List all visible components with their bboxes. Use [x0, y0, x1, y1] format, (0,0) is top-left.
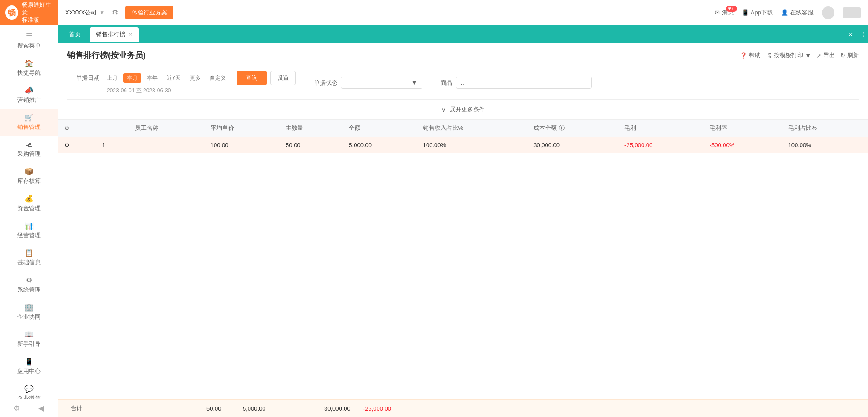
date-btn-本年[interactable]: 本年 [143, 73, 161, 83]
refresh-label: 刷新 [847, 51, 859, 59]
avatar[interactable] [822, 6, 834, 19]
page-title: 销售排行榜(按业务员) [67, 50, 146, 61]
sidebar-basic-icon: 📋 [24, 249, 34, 257]
goods-filter-label: 商品 [441, 79, 452, 87]
col-header-name: 员工名称 [129, 120, 204, 137]
sidebar-item-wechat[interactable]: 💬 企业微信 [0, 380, 58, 399]
header-gear-icon[interactable]: ⚙ [110, 6, 120, 19]
window-close-icon[interactable]: ✕ [848, 31, 853, 38]
settings-footer-icon[interactable]: ⚙ [14, 404, 20, 412]
sidebar-item-inventory[interactable]: 📦 库存核算 [0, 163, 58, 190]
date-btn-本月[interactable]: 本月 [123, 73, 141, 83]
sidebar-enterprise-label: 企业协同 [17, 313, 41, 321]
date-btn-近7天[interactable]: 近7天 [163, 73, 184, 83]
sidebar-item-enterprise[interactable]: 🏢 企业协同 [0, 298, 58, 326]
sidebar-item-finance[interactable]: 💰 资金管理 [0, 190, 58, 217]
sidebar-item-basic[interactable]: 📋 基础信息 [0, 244, 58, 271]
expand-icon: ∨ [441, 106, 446, 113]
cell-profit_rate: -500.00% [703, 137, 782, 153]
expand-label: 展开更多条件 [450, 105, 485, 114]
sidebar-app-center-icon: 📱 [24, 357, 34, 366]
col-header-profit_rate: 毛利率 [703, 120, 782, 137]
more-filter-row: ∨ 展开更多条件 [67, 100, 859, 119]
data-table: ⚙员工名称平均单价主数量全额销售收入占比%成本全额 ⓘ毛利毛利率毛利占比% ⚙1… [58, 120, 868, 153]
sidebar-sales-icon: 🛒 [24, 113, 34, 122]
status-filter-group: 单据状态 ▼ [314, 77, 422, 89]
export-button[interactable]: ↗ 导出 [816, 51, 835, 59]
goods-ellipsis: ... [461, 79, 466, 86]
refresh-button[interactable]: ↻ 刷新 [840, 51, 859, 59]
sidebar-item-sales[interactable]: 🛒 销售管理 [0, 109, 58, 136]
message-button[interactable]: ✉ 消息 99+ [715, 9, 734, 17]
page-actions: ❓ 帮助 🖨 按模板打印 ▼ ↗ 导出 ↻ 刷新 [740, 51, 859, 59]
table-header-row: ⚙员工名称平均单价主数量全额销售收入占比%成本全额 ⓘ毛利毛利率毛利占比% [58, 120, 868, 137]
message-icon: ✉ [715, 9, 720, 16]
sidebar-nav: ☰ 搜索菜单🏠 快捷导航📣 营销推广🛒 销售管理🛍 采购管理📦 库存核算💰 资金… [0, 25, 58, 399]
tab-home[interactable]: 首页 [62, 25, 88, 43]
goods-input[interactable]: ... [456, 77, 592, 89]
table-wrapper: ⚙员工名称平均单价主数量全额销售收入占比%成本全额 ⓘ毛利毛利率毛利占比% ⚙1… [58, 120, 868, 399]
export-label: 导出 [823, 51, 835, 59]
col-header-sales_pct: 销售收入占比% [417, 120, 527, 137]
col-header-settings: ⚙ [58, 120, 96, 137]
table-body: ⚙1100.0050.005,000.00100.00%30,000.00-25… [58, 137, 868, 153]
cell-profit_pct: 100.00% [782, 137, 868, 153]
print-chevron-icon: ▼ [805, 52, 811, 59]
sidebar-finance-label: 资金管理 [17, 204, 41, 212]
sidebar-operation-label: 经营管理 [17, 231, 41, 240]
online-service-icon: 👤 [781, 9, 788, 16]
date-btn-上月[interactable]: 上月 [103, 73, 121, 83]
col-header-qty: 主数量 [279, 120, 342, 137]
query-button[interactable]: 查询 [237, 71, 267, 85]
date-filter-buttons: 上月本月本年近7天更多自定义 [103, 73, 230, 83]
app-download-label: App下载 [751, 9, 773, 17]
sidebar-item-purchase[interactable]: 🛍 采购管理 [0, 136, 58, 163]
sidebar-search-icon: ☰ [26, 32, 32, 40]
collapse-footer-icon[interactable]: ◀ [38, 404, 44, 412]
window-maximize-icon[interactable]: ⛶ [858, 31, 864, 38]
online-service-button[interactable]: 👤 在线客服 [781, 9, 814, 17]
status-chevron-icon: ▼ [412, 79, 417, 86]
company-selector[interactable]: XXXXX公司 ▼ [65, 9, 105, 17]
sidebar-app-center-label: 应用中心 [17, 367, 41, 375]
sidebar-finance-icon: 💰 [24, 194, 34, 203]
table-footer: 合计 50.00 5,000.00 30,000.00 -25,000.00 [58, 399, 868, 417]
table-row: ⚙1100.0050.005,000.00100.00%30,000.00-25… [58, 137, 868, 153]
sidebar-item-search[interactable]: ☰ 搜索菜单 [0, 27, 58, 54]
cell-amount: 5,000.00 [342, 137, 416, 153]
status-select[interactable]: ▼ [341, 77, 422, 89]
sidebar-item-marketing[interactable]: 📣 营销推广 [0, 81, 58, 109]
sidebar-logo: 畅 畅康通好生意 标准版 [0, 0, 58, 25]
date-range-text: 2023-06-01 至 2023-06-30 [107, 87, 171, 94]
sidebar: 畅 畅康通好生意 标准版 ☰ 搜索菜单🏠 快捷导航📣 营销推广🛒 销售管理🛍 采… [0, 0, 58, 417]
sidebar-item-system[interactable]: ⚙ 系统管理 [0, 271, 58, 298]
expand-filter-button[interactable]: ∨ 展开更多条件 [67, 103, 859, 116]
company-name: XXXXX公司 [65, 9, 96, 17]
sidebar-item-app-center[interactable]: 📱 应用中心 [0, 353, 58, 380]
print-button[interactable]: 🖨 按模板打印 ▼ [766, 51, 811, 59]
cell-settings[interactable]: ⚙ [58, 137, 96, 153]
settings-button[interactable]: 设置 [270, 71, 296, 85]
col-header-amount: 全额 [342, 120, 416, 137]
sidebar-search-label: 搜索菜单 [17, 42, 41, 50]
sidebar-item-operation[interactable]: 📊 经营管理 [0, 217, 58, 244]
tab-sales-ranking[interactable]: 销售排行榜 × [90, 27, 139, 42]
cell-name [129, 137, 204, 153]
sidebar-marketing-icon: 📣 [24, 86, 34, 95]
sidebar-item-guide[interactable]: 📖 新手引导 [0, 326, 58, 353]
sidebar-system-label: 系统管理 [17, 286, 41, 294]
date-filter-label: 单据日期 [76, 74, 100, 82]
page-header: 销售排行榜(按业务员) ❓ 帮助 🖨 按模板打印 ▼ ↗ 导出 [58, 43, 868, 120]
trial-button[interactable]: 体验行业方案 [125, 6, 173, 19]
print-label: 按模板打印 [774, 51, 803, 59]
help-button[interactable]: ❓ 帮助 [740, 51, 761, 59]
app-download-button[interactable]: 📱 App下载 [742, 9, 773, 17]
footer-amount-value: 5,000.00 [236, 405, 273, 412]
tab-close-icon[interactable]: × [129, 31, 132, 38]
sidebar-footer: ⚙ ◀ [0, 399, 58, 417]
date-btn-更多[interactable]: 更多 [186, 73, 204, 83]
footer-qty-value: 50.00 [200, 405, 236, 412]
col-header-cost: 成本全额 ⓘ [527, 120, 618, 137]
sidebar-item-quick-nav[interactable]: 🏠 快捷导航 [0, 54, 58, 81]
date-btn-自定义[interactable]: 自定义 [206, 73, 230, 83]
